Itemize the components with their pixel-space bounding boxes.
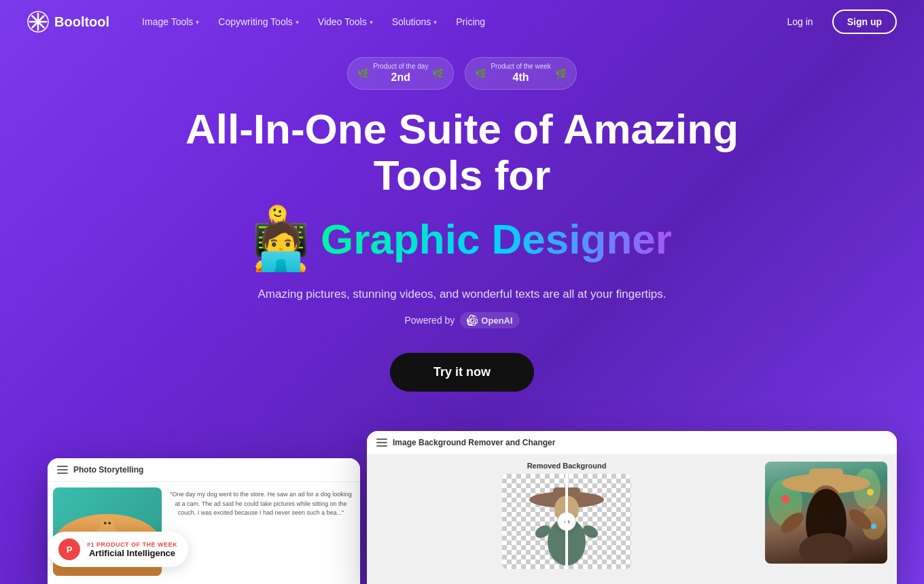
- navbar: Booltool Image Tools ▾ Copywriting Tools…: [0, 0, 924, 44]
- removed-bg-panel: Removed Background: [376, 462, 757, 579]
- powered-by-label: Powered by: [404, 315, 455, 326]
- hero-subtext: Amazing pictures, stunning videos, and w…: [258, 288, 667, 301]
- screenshot-title-secondary: Photo Storytelling: [73, 465, 143, 475]
- screenshots-area: Photo Storytelling "One day my dog went …: [27, 424, 897, 584]
- login-button[interactable]: Log in: [777, 11, 824, 33]
- logo[interactable]: Booltool: [27, 11, 109, 33]
- openai-logo: OpenAI: [460, 312, 519, 328]
- openai-icon: [467, 315, 478, 326]
- screenshot-bg-remover: Image Background Remover and Changer Rem…: [367, 431, 897, 584]
- nav-left: Booltool Image Tools ▾ Copywriting Tools…: [27, 11, 493, 33]
- svg-point-26: [867, 489, 874, 496]
- hero-section: 🌿 Product of the day 2nd 🌿 🌿 Product of …: [0, 44, 924, 584]
- svg-point-6: [101, 517, 114, 531]
- original-photo-panel: [765, 462, 887, 564]
- logo-icon: [27, 11, 49, 33]
- original-photo: [765, 462, 887, 564]
- svg-point-25: [781, 495, 789, 503]
- openai-text: OpenAI: [481, 315, 512, 326]
- laurel-left-icon: 🌿: [357, 68, 369, 79]
- hero-emoji-main: 🧑‍💻: [252, 220, 310, 274]
- nav-pricing[interactable]: Pricing: [448, 11, 493, 33]
- hero-role-label: Graphic Designer: [321, 215, 672, 263]
- story-text: "One day my dog went to the store. He sa…: [170, 490, 352, 518]
- award-product-of-week: 🌿 Product of the week 4th 🌿: [465, 57, 576, 90]
- screenshot-title-main: Image Background Remover and Changer: [393, 438, 555, 447]
- awards-row: 🌿 Product of the day 2nd 🌿 🌿 Product of …: [347, 57, 577, 90]
- nav-solutions[interactable]: Solutions ▾: [384, 11, 446, 33]
- badge-text: #1 PRODUCT OF THE WEEK Artificial Intell…: [87, 541, 177, 558]
- chevron-down-icon: ▾: [196, 18, 199, 26]
- laurel-left-icon: 🌿: [475, 68, 486, 79]
- person-original-photo: [765, 462, 887, 564]
- svg-point-27: [871, 523, 876, 529]
- chevron-down-icon: ▾: [433, 18, 437, 26]
- emoji-stack: 🫠 🧑‍💻: [252, 204, 310, 274]
- hamburger-icon[interactable]: [57, 466, 68, 474]
- divider-handle[interactable]: [565, 474, 568, 569]
- svg-point-8: [108, 522, 111, 525]
- chevron-down-icon: ▾: [296, 18, 299, 26]
- hero-role-row: 🫠 🧑‍💻 Graphic Designer: [252, 204, 672, 274]
- svg-point-22: [799, 533, 853, 564]
- badge-rank-label: #1 PRODUCT OF THE WEEK: [87, 541, 177, 548]
- svg-point-7: [104, 522, 107, 525]
- hamburger-icon[interactable]: [376, 439, 387, 447]
- laurel-right-icon: 🌿: [432, 68, 444, 79]
- laurel-right-icon: 🌿: [555, 68, 567, 79]
- badge-category: Artificial Intelligence: [87, 548, 177, 558]
- nav-image-tools[interactable]: Image Tools ▾: [134, 11, 207, 33]
- screenshot-titlebar-main: Image Background Remover and Changer: [367, 431, 897, 455]
- screenshot-content-main: Removed Background: [367, 455, 897, 584]
- svg-rect-19: [809, 468, 843, 486]
- nav-links: Image Tools ▾ Copywriting Tools ▾ Video …: [134, 11, 493, 33]
- nav-copywriting-tools[interactable]: Copywriting Tools ▾: [210, 11, 306, 33]
- powered-by: Powered by OpenAI: [404, 312, 519, 328]
- product-badge: P #1 PRODUCT OF THE WEEK Artificial Inte…: [48, 532, 188, 567]
- nav-right: Log in Sign up: [777, 10, 897, 34]
- removed-bg-image: ⇔: [502, 474, 631, 569]
- nav-video-tools[interactable]: Video Tools ▾: [310, 11, 381, 33]
- removed-bg-label: Removed Background: [527, 462, 607, 470]
- story-text-area: "One day my dog went to the store. He sa…: [167, 487, 355, 580]
- screenshot-titlebar-secondary: Photo Storytelling: [48, 458, 360, 482]
- chevron-down-icon: ▾: [370, 18, 373, 26]
- try-it-now-button[interactable]: Try it now: [390, 353, 534, 392]
- award-product-of-day: 🌿 Product of the day 2nd 🌿: [347, 57, 454, 90]
- badge-icon: P: [58, 538, 80, 560]
- signup-button[interactable]: Sign up: [832, 10, 897, 34]
- hero-headline: All-In-One Suite of Amazing Tools for: [156, 106, 768, 199]
- logo-text: Booltool: [54, 14, 109, 30]
